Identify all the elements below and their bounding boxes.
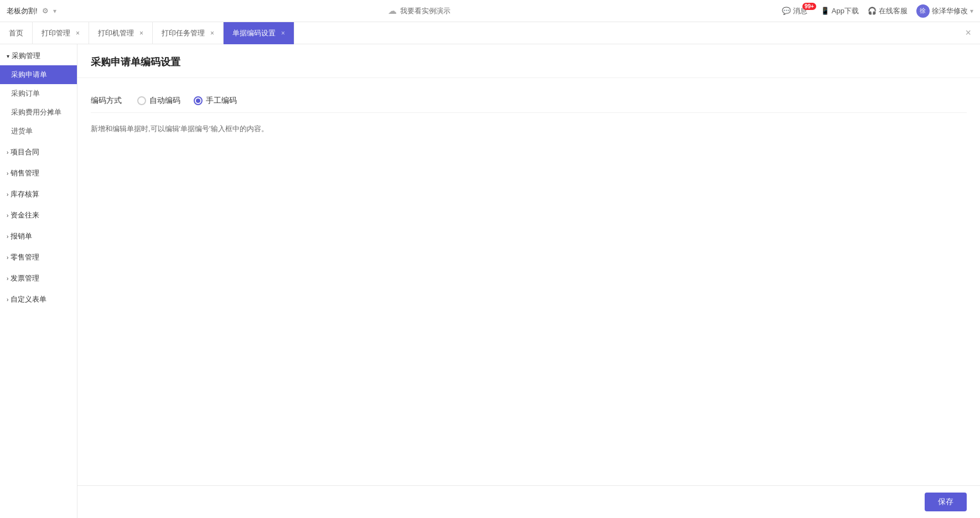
sidebar-item-purchase-request[interactable]: 采购申请单	[0, 65, 77, 84]
search-demo-text[interactable]: 我要看实例演示	[400, 6, 450, 16]
sidebar-item-purchase-order[interactable]: 采购订单	[0, 84, 77, 103]
sidebar-group-retail-label: 零售管理	[11, 252, 39, 262]
chevron-down-icon: ▾	[7, 53, 9, 59]
content-body: 编码方式 自动编码 手工编码 新增和编辑单据时,可以编辑'单据编号'输入框中的内…	[77, 78, 980, 293]
sidebar-item-stock-in[interactable]: 进货单	[0, 122, 77, 141]
sidebar-group-purchase-header[interactable]: ▾ 采购管理	[0, 46, 77, 65]
sidebar: ▾ 采购管理 采购申请单 采购订单 采购费用分摊单 进货单 › 项目合同	[0, 44, 77, 518]
tabbar: 首页 打印管理 × 打印机管理 × 打印任务管理 × 单据编码设置 × ×	[0, 22, 980, 44]
manual-encoding-option[interactable]: 手工编码	[194, 96, 237, 106]
sidebar-group-returns-header[interactable]: › 报销单	[0, 227, 77, 246]
online-service-button[interactable]: 🎧 在线客服	[868, 6, 908, 16]
sidebar-group-inventory-header[interactable]: › 库存核算	[0, 185, 77, 204]
sidebar-group-sales-header[interactable]: › 销售管理	[0, 164, 77, 183]
manual-encoding-radio[interactable]	[194, 96, 203, 105]
topbar-left: 老板勿割! ⚙ ▾	[7, 6, 56, 16]
app-download-icon: 📱	[821, 7, 829, 15]
tab-print-manage-label: 打印管理	[42, 28, 70, 38]
cloud-icon: ☁	[388, 6, 397, 16]
sidebar-group-project: › 项目合同	[0, 143, 77, 162]
settings-icon[interactable]: ⚙	[42, 7, 49, 15]
sidebar-group-inventory-label: 库存核算	[11, 189, 39, 199]
tab-barcode-setting[interactable]: 单据编码设置 ×	[224, 22, 294, 44]
online-service-label: 在线客服	[879, 6, 908, 16]
tab-barcode-setting-close[interactable]: ×	[281, 29, 285, 37]
main-layout: ▾ 采购管理 采购申请单 采购订单 采购费用分摊单 进货单 › 项目合同	[0, 44, 980, 518]
user-name: 徐泽华修改	[932, 6, 968, 16]
tab-print-task-manage-label: 打印任务管理	[162, 28, 205, 38]
headset-icon: 🎧	[868, 7, 877, 15]
sidebar-item-purchase-expense[interactable]: 采购费用分摊单	[0, 103, 77, 122]
auto-encoding-radio[interactable]	[137, 96, 146, 105]
sidebar-group-sales: › 销售管理	[0, 164, 77, 183]
topbar-center: ☁ 我要看实例演示	[388, 6, 450, 16]
tab-printer-manage-label: 打印机管理	[98, 28, 134, 38]
sidebar-group-inventory: › 库存核算	[0, 185, 77, 204]
sidebar-group-capital: › 资金往来	[0, 206, 77, 225]
sidebar-group-capital-label: 资金往来	[11, 210, 39, 220]
tab-print-task-manage[interactable]: 打印任务管理 ×	[153, 22, 224, 44]
chevron-right-icon-capital: ›	[7, 213, 8, 219]
manual-encoding-label: 手工编码	[206, 96, 237, 106]
sidebar-group-returns: › 报销单	[0, 227, 77, 246]
app-download-label: App下载	[832, 6, 859, 16]
tab-print-manage-close[interactable]: ×	[76, 29, 80, 37]
tab-printer-manage-close[interactable]: ×	[139, 29, 143, 37]
topbar: 老板勿割! ⚙ ▾ ☁ 我要看实例演示 💬 消息 99+ 📱 App下载 🎧 在…	[0, 0, 980, 22]
sidebar-group-invoice: › 发票管理	[0, 269, 77, 288]
page-title: 采购申请单编码设置	[77, 44, 980, 78]
sidebar-group-custom-forms: › 自定义表单	[0, 290, 77, 309]
message-icon: 💬	[782, 7, 791, 15]
tab-print-manage[interactable]: 打印管理 ×	[33, 22, 89, 44]
chevron-right-icon-sales: ›	[7, 170, 8, 177]
user-chevron-icon: ▾	[970, 7, 973, 15]
sidebar-group-retail-header[interactable]: › 零售管理	[0, 248, 77, 267]
encoding-label: 编码方式	[91, 96, 124, 106]
logo-text: 老板勿割!	[7, 6, 38, 16]
topbar-chevron[interactable]: ▾	[53, 7, 56, 15]
tab-print-task-manage-close[interactable]: ×	[210, 29, 214, 37]
save-button[interactable]: 保存	[925, 493, 967, 511]
sidebar-group-project-label: 项目合同	[11, 147, 39, 157]
sidebar-group-returns-label: 报销单	[11, 231, 32, 241]
topbar-right: 💬 消息 99+ 📱 App下载 🎧 在线客服 徐 徐泽华修改 ▾	[782, 4, 973, 18]
tab-barcode-setting-label: 单据编码设置	[232, 28, 276, 38]
chevron-right-icon-inventory: ›	[7, 191, 8, 198]
sidebar-group-project-header[interactable]: › 项目合同	[0, 143, 77, 162]
sidebar-group-sales-label: 销售管理	[11, 168, 39, 178]
chevron-right-icon-custom: ›	[7, 297, 8, 303]
sidebar-group-retail: › 零售管理	[0, 248, 77, 267]
tab-printer-manage[interactable]: 打印机管理 ×	[89, 22, 153, 44]
chevron-right-icon: ›	[7, 149, 8, 156]
sidebar-group-purchase: ▾ 采购管理 采购申请单 采购订单 采购费用分摊单 进货单	[0, 46, 77, 141]
chevron-right-icon-returns: ›	[7, 234, 8, 240]
content-area: 采购申请单编码设置 编码方式 自动编码 手工编码 新增和编辑单据时,可以编辑'单…	[77, 44, 980, 518]
avatar: 徐	[916, 4, 930, 18]
chevron-right-icon-invoice: ›	[7, 276, 8, 282]
sidebar-group-purchase-label: 采购管理	[12, 51, 40, 61]
sidebar-group-invoice-header[interactable]: › 发票管理	[0, 269, 77, 288]
sidebar-group-custom-forms-header[interactable]: › 自定义表单	[0, 290, 77, 309]
app-download-button[interactable]: 📱 App下载	[821, 6, 859, 16]
message-badge: 99+	[802, 3, 816, 10]
sidebar-group-capital-header[interactable]: › 资金往来	[0, 206, 77, 225]
sidebar-group-invoice-label: 发票管理	[11, 273, 39, 283]
user-info[interactable]: 徐 徐泽华修改 ▾	[916, 4, 973, 18]
message-button[interactable]: 💬 消息 99+	[782, 6, 812, 16]
chevron-right-icon-retail: ›	[7, 255, 8, 261]
window-close-button[interactable]: ×	[956, 27, 980, 39]
content-footer: 保存	[77, 485, 980, 518]
tab-home-label: 首页	[9, 28, 23, 38]
sidebar-group-custom-forms-label: 自定义表单	[11, 294, 46, 304]
tab-home[interactable]: 首页	[0, 22, 33, 44]
info-text: 新增和编辑单据时,可以编辑'单据编号'输入框中的内容。	[91, 124, 967, 134]
auto-encoding-option[interactable]: 自动编码	[137, 96, 180, 106]
encoding-row: 编码方式 自动编码 手工编码	[91, 89, 967, 113]
auto-encoding-label: 自动编码	[149, 96, 180, 106]
